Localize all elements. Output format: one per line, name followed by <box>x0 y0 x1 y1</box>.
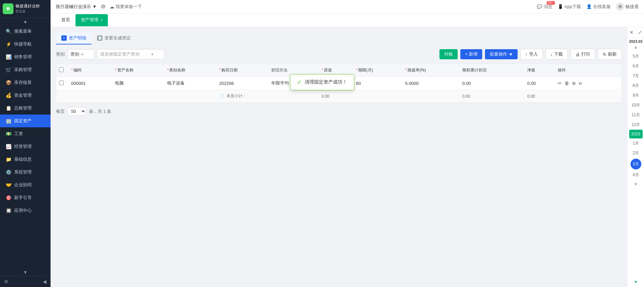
app-title-group: 畅捷通好业财 普及版 <box>16 4 40 14</box>
select-all-checkbox[interactable] <box>59 67 64 72</box>
topbar-settings-icon[interactable]: ⚙ <box>101 3 105 10</box>
company-selector[interactable]: 医疗器械行业演示 ▼ <box>56 4 97 10</box>
collapse-sidebar-icon[interactable]: ◀ <box>43 279 47 284</box>
panel-bottom-icon[interactable]: ▼ <box>634 280 638 287</box>
panel-scroll-down-icon[interactable]: ▼ <box>633 181 639 187</box>
sales-icon: 📊 <box>5 54 11 60</box>
sidebar-item-basics[interactable]: 📁 基础信息 <box>0 153 51 166</box>
online-service-button[interactable]: 👤 在线客服 <box>586 4 611 10</box>
th-actions: 操作 <box>555 64 621 77</box>
tab-close-icon[interactable]: × <box>100 18 102 22</box>
experience-button[interactable]: ☁ 我要体验一下 <box>110 4 142 10</box>
sidebar-item-payroll[interactable]: 💵 工资 <box>0 127 51 140</box>
panel-month-list: 5月 6月 7月 8月 9月 10月 11月 12月 2023 1月 2月 3月… <box>627 50 644 181</box>
sidebar-item-inventory[interactable]: 📦 库存核算 <box>0 76 51 89</box>
subtotal-initial-accumulated: 0.00 <box>460 90 525 103</box>
toolbar: 类别 类别 ▼ 请选择固定资产类别 ▼ 对账 + 新增 批量操作 ▼ <box>56 49 622 60</box>
cloud-icon: ☁ <box>110 4 114 9</box>
company-dropdown-icon: ▼ <box>92 4 97 9</box>
import-icon: ↑ <box>525 52 528 57</box>
month-1[interactable]: 1月 <box>630 138 642 148</box>
sub-tab-change-voucher[interactable]: 📄 变更生成凭证 <box>92 32 136 44</box>
delete-icon[interactable]: 🗑 <box>564 81 569 86</box>
sidebar-item-collab[interactable]: 🤝 企业协同 <box>0 179 51 191</box>
td-period: 60 <box>353 77 402 90</box>
import-button[interactable]: ↑ 导入 <box>520 49 543 60</box>
sidebar-item-assets[interactable]: 🏢 固定资产 <box>0 115 51 127</box>
subtotal-empty-5 <box>353 90 402 103</box>
toast-message: 清理固定资产成功！ <box>305 79 347 85</box>
notifications-icon: 💬 <box>537 4 542 9</box>
tab-asset-manage[interactable]: 资产管理 × <box>75 14 108 26</box>
print-button[interactable]: 🖨 打印 <box>571 49 595 60</box>
sidebar-item-funds[interactable]: 💰 资金管理 <box>0 89 51 102</box>
notifications-button[interactable]: 💬 消息 99+ <box>537 4 552 10</box>
sidebar-item-label: 快捷导航 <box>14 41 32 47</box>
import-label: 导入 <box>529 51 538 57</box>
month-6[interactable]: 6月 <box>630 61 642 71</box>
month-7[interactable]: 7月 <box>630 71 642 81</box>
sidebar-item-label: 搜索菜单 <box>14 28 32 34</box>
subtotal-empty-7 <box>555 90 621 103</box>
funds-icon: 💰 <box>5 92 11 98</box>
month-3-current[interactable]: 3月 <box>631 159 641 169</box>
copy-icon[interactable]: ⊕ <box>572 81 576 86</box>
month-4[interactable]: 4月 <box>630 170 642 180</box>
search-icon: 🔍 <box>5 28 11 34</box>
sub-tab-asset-detail[interactable]: ≡ 资产明细 <box>56 32 92 44</box>
month-8[interactable]: 8月 <box>630 81 642 91</box>
sidebar-nav: 🔍 搜索菜单 ⚡ 快捷导航 📊 销售管理 🛒 采购管理 📦 库存核算 💰 资金管… <box>0 25 51 269</box>
sidebar-item-purchase[interactable]: 🛒 采购管理 <box>0 63 51 76</box>
td-actions: ✏ 🗑 ⊕ ⊳ <box>555 77 621 90</box>
reconcile-button[interactable]: 对账 <box>439 49 458 59</box>
right-panel-header: ✕ ⤢ <box>627 30 644 38</box>
app-download-button[interactable]: 📱 App下载 <box>558 4 581 10</box>
month-5[interactable]: 5月 <box>630 52 642 61</box>
subtotal-row: 📄 本页小计： 0.00 0.00 0.00 <box>56 90 621 103</box>
category-select-label: 类别 <box>70 51 79 57</box>
refresh-button[interactable]: ↻ 刷新 <box>598 49 622 60</box>
tab-home[interactable]: 首页 <box>56 14 75 26</box>
sidebar-item-label: 基础信息 <box>14 156 32 162</box>
right-panel-close-icon[interactable]: ✕ <box>630 30 634 35</box>
subtotal-net-value: 0.00 <box>524 90 555 103</box>
sidebar-item-guide[interactable]: 🎯 新手引导 <box>0 191 51 204</box>
sidebar-scroll-up-button[interactable]: ▲ <box>0 18 51 25</box>
year-2023-button[interactable]: 2023 <box>629 130 643 138</box>
page-size-select[interactable]: 50 100 200 <box>67 107 86 116</box>
user-menu[interactable]: 畅 畅捷通 <box>616 3 639 11</box>
more-icon[interactable]: ⊳ <box>579 81 583 86</box>
sidebar-item-search[interactable]: 🔍 搜索菜单 <box>0 25 51 38</box>
sidebar-item-sales[interactable]: 📊 销售管理 <box>0 51 51 63</box>
right-panel-expand-icon[interactable]: ⤢ <box>638 30 642 35</box>
toast-check-icon: ✓ <box>297 78 302 86</box>
sidebar-item-system[interactable]: ⚙️ 系统管理 <box>0 166 51 179</box>
panel-scroll-up-icon[interactable]: ▲ <box>633 44 639 50</box>
category-filter-input[interactable]: 请选择固定资产类别 ▼ <box>97 49 164 59</box>
th-initial-accumulated: 期初累计折旧 <box>460 64 525 77</box>
tabs-bar: 首页 资产管理 × <box>51 13 644 27</box>
sidebar-item-apps[interactable]: 🔲 应用中心 <box>0 204 51 217</box>
category-filter-select[interactable]: 类别 ▼ <box>67 49 94 59</box>
edit-icon[interactable]: ✏ <box>558 81 562 86</box>
sidebar-item-ledger[interactable]: 📋 总账管理 <box>0 102 51 115</box>
sidebar-item-label: 库存核算 <box>14 79 32 86</box>
sidebar-item-operations[interactable]: 📈 经营管理 <box>0 140 51 153</box>
sidebar-item-quicknav[interactable]: ⚡ 快捷导航 <box>0 38 51 51</box>
category-select-arrow: ▼ <box>81 53 84 56</box>
sidebar-item-label: 资金管理 <box>14 92 32 98</box>
new-button[interactable]: + 新增 <box>460 49 482 59</box>
month-2[interactable]: 2月 <box>630 148 642 158</box>
month-9[interactable]: 9月 <box>630 91 642 100</box>
download-button[interactable]: ↓ 下载 <box>546 49 568 60</box>
month-12[interactable]: 12月 <box>630 120 642 130</box>
settings-footer-icon[interactable]: ⚙ <box>4 279 8 284</box>
sidebar-scroll-down-button[interactable]: ▼ <box>0 269 51 276</box>
apps-icon: 🔲 <box>5 208 11 214</box>
month-11[interactable]: 11月 <box>630 110 642 120</box>
batch-ops-button[interactable]: 批量操作 ▼ <box>485 49 518 59</box>
total-count: 条，共 1 条 <box>89 108 111 115</box>
row-checkbox[interactable] <box>59 81 64 85</box>
download-icon: ↓ <box>551 52 553 57</box>
month-10[interactable]: 10月 <box>630 100 642 110</box>
